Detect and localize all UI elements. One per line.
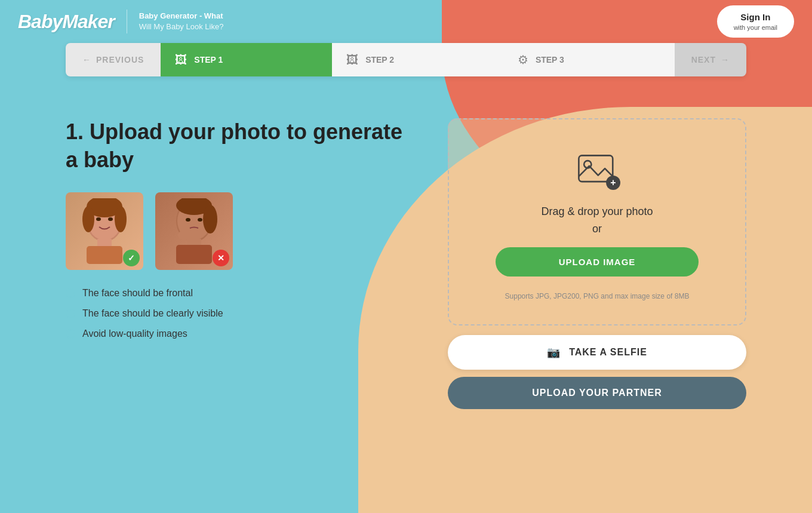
camera-icon: 📷 (547, 346, 561, 359)
svg-point-13 (186, 218, 190, 222)
step-3[interactable]: ⚙ STEP 3 (503, 43, 675, 76)
selfie-label: TAKE A SELFIE (569, 347, 647, 358)
svg-point-12 (203, 205, 217, 234)
subtitle-line1: Baby Generator - What (139, 11, 223, 20)
right-panel: + Drag & drop your photo or UPLOAD IMAGE… (448, 118, 746, 409)
step-1[interactable]: 🖼 STEP 1 (161, 43, 332, 76)
example-photos-row: ✓ (66, 192, 412, 270)
take-selfie-button[interactable]: 📷 TAKE A SELFIE (448, 335, 746, 370)
sign-in-button[interactable]: Sign In with your email (717, 5, 794, 38)
svg-rect-17 (176, 245, 212, 264)
header-divider (127, 10, 127, 33)
tip-dot-2 (66, 309, 75, 318)
good-badge: ✓ (123, 250, 140, 266)
sign-in-sublabel: with your email (734, 23, 777, 32)
main-content: 1. Upload your photo to generate a baby (0, 94, 812, 409)
header: BabyMaker Baby Generator - What Will My … (0, 0, 812, 43)
upload-partner-button[interactable]: UPLOAD YOUR PARTNER (448, 377, 746, 409)
steps-bar: ← PREVIOUS 🖼 STEP 1 🖼 STEP 2 ⚙ STEP 3 NE… (66, 43, 746, 76)
next-button[interactable]: NEXT → (675, 43, 746, 76)
tip-text-1: The face should be frontal (82, 288, 193, 299)
previous-label: PREVIOUS (96, 55, 144, 64)
tip-item-1: The face should be frontal (66, 288, 412, 299)
step-2[interactable]: 🖼 STEP 2 (332, 43, 503, 76)
svg-point-15 (178, 231, 192, 240)
upload-icon-wrapper: + (576, 149, 618, 188)
logo: BabyMaker (18, 11, 115, 33)
svg-point-4 (115, 206, 127, 232)
step-3-label: STEP 3 (536, 55, 564, 64)
next-label: NEXT (691, 55, 716, 64)
image-icon: 🖼 (175, 53, 187, 67)
photo-icon: 🖼 (346, 53, 358, 67)
bad-example-photo: ✕ (155, 192, 233, 270)
tips-list: The face should be frontal The face shou… (66, 288, 412, 339)
bad-badge: ✕ (213, 250, 229, 266)
svg-rect-8 (87, 246, 122, 264)
upload-plus-icon: + (606, 176, 620, 190)
tip-dot-3 (66, 329, 75, 339)
step-1-label: STEP 1 (194, 55, 223, 64)
svg-point-3 (82, 206, 94, 232)
svg-point-14 (198, 218, 202, 222)
tip-text-2: The face should be clearly visible (82, 308, 223, 319)
tip-dot-1 (66, 288, 75, 298)
tip-item-2: The face should be clearly visible (66, 308, 412, 319)
chevron-left-icon: ← (82, 55, 91, 64)
tip-text-3: Avoid low-quality images (82, 328, 187, 339)
previous-button[interactable]: ← PREVIOUS (66, 43, 161, 76)
partner-label: UPLOAD YOUR PARTNER (532, 388, 662, 398)
upload-drop-zone[interactable]: + Drag & drop your photo or UPLOAD IMAGE… (448, 118, 746, 325)
step-2-label: STEP 2 (365, 55, 394, 64)
left-panel: 1. Upload your photo to generate a baby (66, 118, 412, 409)
drag-drop-text: Drag & drop your photo or (541, 203, 653, 238)
chevron-right-icon: → (721, 55, 730, 64)
svg-point-5 (96, 217, 101, 221)
gear-icon: ⚙ (518, 53, 528, 67)
good-example-photo: ✓ (66, 192, 143, 270)
sign-in-label: Sign In (734, 11, 777, 23)
tip-item-3: Avoid low-quality images (66, 328, 412, 339)
supports-text: Supports JPG, JPG200, PNG and max image … (505, 292, 690, 300)
upload-image-button[interactable]: UPLOAD IMAGE (496, 247, 699, 277)
header-subtitle: Baby Generator - What Will My Baby Look … (139, 11, 224, 32)
subtitle-line2: Will My Baby Look Like? (139, 22, 224, 31)
svg-point-6 (108, 217, 113, 221)
page-title: 1. Upload your photo to generate a baby (66, 118, 412, 174)
